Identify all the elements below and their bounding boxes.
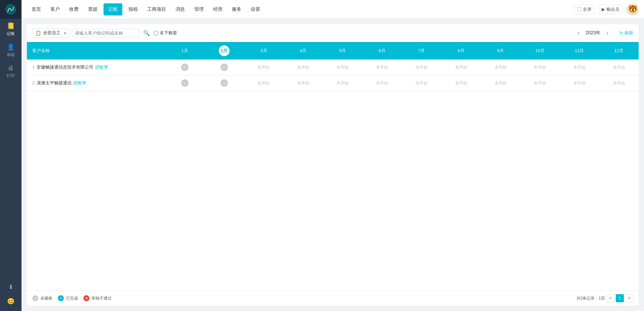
next-page-button[interactable]: >: [625, 294, 633, 302]
nav-invoice[interactable]: 票据: [83, 0, 102, 19]
month-cell: 未开始: [599, 75, 639, 91]
col-header-m3: 3月: [244, 42, 283, 60]
audit-icon: 👤: [7, 43, 14, 51]
search-button[interactable]: 🔍: [142, 29, 151, 38]
month-cell: [204, 75, 244, 91]
month-cell: 未开始: [244, 75, 283, 91]
my-accounts-checkbox[interactable]: [154, 31, 158, 35]
legend-not-created: — 未建账: [32, 295, 52, 301]
sidebar-download[interactable]: ⬇: [0, 281, 22, 294]
col-header-m8: 8月: [441, 42, 481, 60]
table-header-row: 客户名称 1月 2月 3月 4月 5月 6月 7月 8月 9月: [27, 42, 639, 60]
legend-not-created-label: 未建账: [40, 296, 52, 301]
col-header-name: 客户名称: [27, 42, 165, 60]
refresh-icon: ↻: [619, 31, 623, 36]
col-header-m5: 5月: [323, 42, 362, 60]
page-body: 📋 全部员工 ▾ 🔍 名下账套 ‹ 2023年 › ↻ 刷新: [22, 19, 644, 311]
nav-ledger[interactable]: 记账: [104, 3, 122, 15]
employee-select[interactable]: 📋 全部员工 ▾: [32, 28, 69, 38]
nav-client[interactable]: 客户: [46, 0, 65, 19]
vip-label: 畅会员: [606, 6, 619, 12]
fullscreen-icon: ⛶: [577, 7, 581, 12]
sidebar-item-ledger[interactable]: 📒 记账: [0, 19, 22, 40]
user-avatar[interactable]: 🐯: [627, 3, 639, 15]
col-header-m10: 10月: [520, 42, 560, 60]
sidebar-item-print-label: 打印: [7, 73, 15, 79]
toolbar: 📋 全部员工 ▾ 🔍 名下账套 ‹ 2023年 › ↻ 刷新: [27, 24, 639, 42]
table-row: 2漠澳太平畅捷通信 进账簿未开始未开始未开始未开始未开始未开始未开始未开始未开始…: [27, 75, 639, 91]
enter-ledger-link[interactable]: 进账簿: [72, 80, 86, 85]
month-cell: 未开始: [441, 60, 481, 75]
sidebar-bottom: ⬇ 😊: [0, 281, 22, 311]
nav-settings[interactable]: 设置: [246, 0, 265, 19]
month-cell: [204, 60, 244, 75]
employee-dropdown-icon: ▾: [64, 31, 66, 36]
prev-page-button[interactable]: <: [606, 294, 614, 302]
current-page-button[interactable]: 1: [616, 294, 624, 302]
pagination-summary: 共2条记录，1页: [576, 296, 605, 301]
nav-manage[interactable]: 管理: [190, 0, 208, 19]
sidebar: 📒 记账 👤 审核 🖨 打印 ⬇ 😊: [0, 0, 22, 311]
vip-button[interactable]: ▶ 畅会员: [599, 5, 622, 14]
month-cell: [165, 60, 204, 75]
nav-message[interactable]: 消息: [171, 0, 190, 19]
col-header-m11: 11月: [560, 42, 599, 60]
sidebar-item-print[interactable]: 🖨 打印: [0, 61, 22, 82]
nav-home[interactable]: 首页: [27, 0, 46, 19]
fullscreen-button[interactable]: ⛶ 全屏: [574, 5, 595, 14]
legend-dot-teal: ✓: [58, 295, 64, 301]
row-name-cell: 1安徽畅捷通信息技术有限公司 进账簿: [27, 60, 165, 75]
nav-billing[interactable]: 收费: [65, 0, 83, 19]
col-header-m9: 9月: [481, 42, 520, 60]
legend-rejected-label: 审核不通过: [91, 296, 112, 301]
main-area: 首页 客户 收费 票据 记账 报税 工商项目 消息 管理 经营 服务 设置 ⛶ …: [22, 0, 644, 311]
footer: — 未建账 ✓ 已完成 ✕ 审核不通过 共2条记录，1页 < 1 >: [27, 290, 639, 306]
dash-circle: [220, 79, 228, 87]
month-cell: 未开始: [560, 60, 599, 75]
col-header-m1: 1月: [165, 42, 204, 60]
col-header-m7: 7月: [402, 42, 441, 60]
search-input[interactable]: [72, 29, 139, 37]
page-card: 📋 全部员工 ▾ 🔍 名下账套 ‹ 2023年 › ↻ 刷新: [27, 24, 639, 306]
prev-year-button[interactable]: ‹: [575, 29, 583, 37]
month-cell: 未开始: [441, 75, 481, 91]
sidebar-logo[interactable]: [0, 0, 22, 19]
sidebar-item-audit[interactable]: 👤 审核: [0, 40, 22, 61]
next-year-button[interactable]: ›: [603, 29, 611, 37]
enter-ledger-link[interactable]: 进账簿: [93, 65, 108, 70]
table-row: 1安徽畅捷通信息技术有限公司 进账簿未开始未开始未开始未开始未开始未开始未开始未…: [27, 60, 639, 75]
month-cell: [165, 75, 204, 91]
month-cell: 未开始: [481, 60, 520, 75]
col-header-m4: 4月: [283, 42, 323, 60]
month-cell: 未开始: [283, 75, 323, 91]
my-accounts-label: 名下账套: [160, 30, 177, 36]
sidebar-item-ledger-label: 记账: [7, 31, 15, 37]
month-cell: 未开始: [599, 60, 639, 75]
topnav: 首页 客户 收费 票据 记账 报税 工商项目 消息 管理 经营 服务 设置 ⛶ …: [22, 0, 644, 19]
legend-dot-red: ✕: [83, 295, 89, 301]
col-header-m6: 6月: [362, 42, 402, 60]
ledger-icon: 📒: [7, 22, 14, 30]
refresh-button[interactable]: ↻ 刷新: [619, 30, 633, 36]
month-cell: 未开始: [481, 75, 520, 91]
active-month-circle: 2月: [219, 45, 230, 56]
my-accounts-checkbox-label[interactable]: 名下账套: [154, 30, 177, 36]
nav-service[interactable]: 服务: [227, 0, 246, 19]
year-display: 2023年: [586, 30, 601, 36]
month-cell: 未开始: [402, 75, 441, 91]
fullscreen-label: 全屏: [583, 6, 592, 12]
dash-circle: [181, 79, 189, 87]
month-cell: 未开始: [402, 60, 441, 75]
table-body: 1安徽畅捷通信息技术有限公司 进账簿未开始未开始未开始未开始未开始未开始未开始未…: [27, 60, 639, 91]
sidebar-item-audit-label: 审核: [7, 52, 15, 58]
nav-operation[interactable]: 经营: [208, 0, 227, 19]
col-header-m2: 2月: [204, 42, 244, 60]
sidebar-user[interactable]: 😊: [0, 295, 22, 308]
legend-rejected: ✕ 审核不通过: [83, 295, 112, 301]
row-num: 1: [32, 65, 35, 70]
month-cell: 未开始: [283, 60, 323, 75]
legend-completed-label: 已完成: [66, 296, 78, 301]
nav-bizitem[interactable]: 工商项目: [143, 0, 171, 19]
row-name-cell: 2漠澳太平畅捷通信 进账簿: [27, 75, 165, 91]
nav-tax[interactable]: 报税: [124, 0, 143, 19]
